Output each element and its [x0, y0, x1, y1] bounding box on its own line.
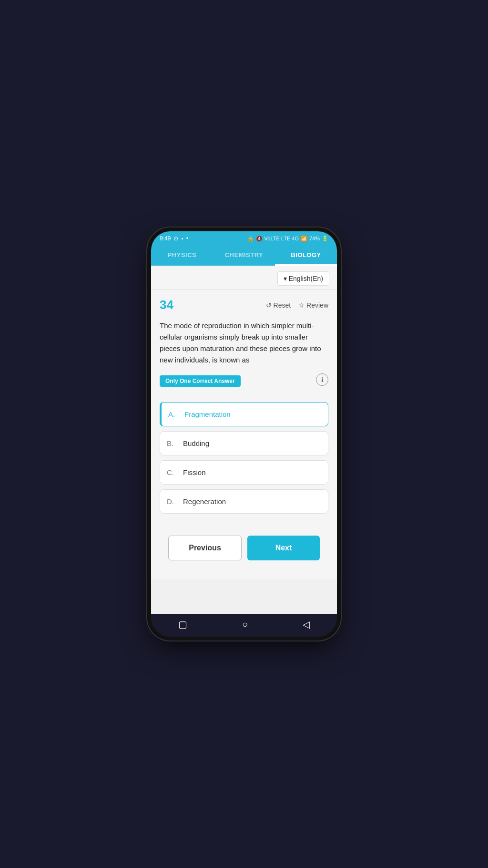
option-d-letter: D. [167, 497, 176, 506]
option-c-text: Fission [183, 468, 206, 476]
home-icon[interactable]: ○ [242, 619, 248, 630]
next-button[interactable]: Next [247, 536, 320, 560]
reset-button[interactable]: ↺ Reset [266, 301, 291, 309]
reset-label: Reset [274, 301, 291, 309]
answer-type-badge[interactable]: Only One Correct Answer [160, 375, 241, 387]
recent-apps-icon[interactable]: ▢ [178, 619, 187, 630]
tab-chemistry[interactable]: CHEMISTRY [213, 246, 275, 266]
status-left: 9:49 ⊙ ▪ • [160, 235, 188, 242]
status-bar: 9:49 ⊙ ▪ • 🔒 🔇 VoLTE LTE 4G 📶 74% 🔋 [151, 231, 337, 246]
android-nav-bar: ▢ ○ ◁ [151, 614, 337, 637]
option-a-letter: A. [168, 410, 178, 418]
option-d[interactable]: D. Regeneration [160, 489, 328, 514]
lock-icon: 🔒 [247, 236, 254, 242]
signal-label: VoLTE LTE 4G [264, 236, 299, 241]
option-a-text: Fragmentation [184, 410, 231, 418]
time-display: 9:49 [160, 235, 171, 242]
back-icon[interactable]: ◁ [303, 619, 310, 630]
chevron-down-icon: ▾ [284, 275, 287, 282]
review-button[interactable]: ☆ Review [298, 301, 328, 309]
question-header: 34 ↺ Reset ☆ Review [160, 298, 328, 312]
notification-icon: ▪ [181, 235, 183, 242]
star-icon: ☆ [298, 301, 305, 309]
phone-frame: 9:49 ⊙ ▪ • 🔒 🔇 VoLTE LTE 4G 📶 74% 🔋 PHYS… [151, 231, 337, 637]
question-text: The mode of reproduction in which simple… [160, 320, 328, 366]
previous-button[interactable]: Previous [168, 536, 242, 560]
mute-icon: 🔇 [256, 236, 263, 242]
option-d-text: Regeneration [183, 497, 226, 506]
clock-icon: ⊙ [173, 235, 178, 242]
question-container: 34 ↺ Reset ☆ Review The mode of reproduc… [151, 290, 337, 579]
language-button[interactable]: ▾ English(En) [277, 271, 329, 286]
tab-biology[interactable]: BIOLOGY [275, 246, 337, 266]
options-container: A. Fragmentation B. Budding C. Fission D… [160, 402, 328, 514]
content-area: ▾ English(En) 34 ↺ Reset ☆ Review [151, 266, 337, 614]
option-c-letter: C. [167, 468, 176, 476]
language-selector: ▾ English(En) [151, 266, 337, 289]
tabs-bar: PHYSICS CHEMISTRY BIOLOGY [151, 246, 337, 266]
bottom-nav: Previous Next [160, 528, 328, 572]
language-label: English(En) [289, 275, 323, 282]
wifi-icon: 📶 [301, 236, 307, 242]
tab-physics[interactable]: PHYSICS [151, 246, 213, 266]
option-b[interactable]: B. Budding [160, 431, 328, 455]
option-b-text: Budding [183, 439, 209, 447]
question-actions: ↺ Reset ☆ Review [266, 301, 328, 309]
info-icon[interactable]: ℹ [316, 373, 328, 386]
dot-indicator: • [186, 235, 188, 242]
status-right: 🔒 🔇 VoLTE LTE 4G 📶 74% 🔋 [247, 236, 328, 242]
battery-label: 74% [309, 236, 320, 241]
option-b-letter: B. [167, 439, 176, 447]
battery-icon: 🔋 [322, 236, 328, 242]
option-c[interactable]: C. Fission [160, 460, 328, 485]
reset-icon: ↺ [266, 301, 272, 309]
badge-row: Only One Correct Answer ℹ [160, 375, 328, 396]
review-label: Review [306, 301, 328, 309]
option-a[interactable]: A. Fragmentation [160, 402, 328, 426]
question-number: 34 [160, 298, 173, 312]
